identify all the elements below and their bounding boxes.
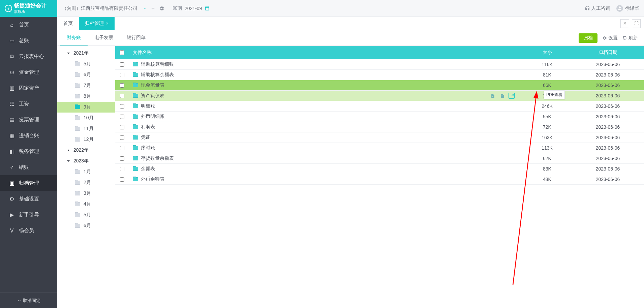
tree-month-2023年-3月[interactable]: 3月 xyxy=(57,188,115,199)
download-pdf-icon[interactable] xyxy=(499,93,505,99)
download-excel-icon[interactable] xyxy=(490,93,496,99)
close-all-tabs-button[interactable]: ✕ xyxy=(620,19,629,28)
page-tab-归档管理[interactable]: 归档管理× xyxy=(79,17,115,30)
nav-icon: ✓ xyxy=(9,164,15,171)
nav-label: 畅会员 xyxy=(19,227,34,234)
tree-month-2023年-6月[interactable]: 6月 xyxy=(57,220,115,231)
row-checkbox[interactable] xyxy=(120,177,124,182)
fullscreen-button[interactable]: ⛶ xyxy=(632,19,641,28)
nav-首页[interactable]: ⌂首页 xyxy=(0,17,57,33)
tree-month-2021年-7月[interactable]: 7月 xyxy=(57,80,115,91)
file-row[interactable]: 外币明细账55K2023-06-06 xyxy=(115,112,644,122)
nav-label: 基础设置 xyxy=(19,196,39,202)
tree-month-2021年-12月[interactable]: 12月 xyxy=(57,134,115,145)
tree-month-2023年-1月[interactable]: 1月 xyxy=(57,166,115,177)
select-all-checkbox[interactable] xyxy=(120,50,124,55)
file-row[interactable]: 序时账113K2023-06-06 xyxy=(115,143,644,153)
tree-year-2021年[interactable]: 2021年 xyxy=(57,48,115,59)
tree-month-2023年-5月[interactable]: 5月 xyxy=(57,210,115,220)
tree-year-2023年[interactable]: 2023年 xyxy=(57,156,115,166)
nav-工资[interactable]: ☷工资 xyxy=(0,96,57,112)
file-size: 72K xyxy=(523,124,572,130)
row-checkbox[interactable] xyxy=(120,125,124,129)
col-name[interactable]: 文件名称 xyxy=(129,50,523,56)
file-row[interactable]: 凭证163K2023-06-06 xyxy=(115,132,644,143)
row-checkbox[interactable] xyxy=(120,115,124,119)
tree-month-2021年-9月[interactable]: 9月 xyxy=(57,102,115,113)
nav-资金管理[interactable]: ⊙资金管理 xyxy=(0,64,57,80)
company-dropdown-icon[interactable] xyxy=(143,6,147,10)
username: 徐泽华 xyxy=(625,5,639,11)
user-menu[interactable]: 徐泽华 xyxy=(616,5,639,12)
row-checkbox[interactable] xyxy=(120,94,124,98)
file-name: 存货数量余额表 xyxy=(141,155,174,161)
file-row[interactable]: 辅助核算余额表81K2023-06-06 xyxy=(115,70,644,80)
file-row[interactable]: 辅助核算明细账116K2023-06-06 xyxy=(115,59,644,70)
gear-icon xyxy=(602,36,607,40)
tree-year-label: 2021年 xyxy=(73,50,89,56)
inner-tab-财务账[interactable]: 财务账 xyxy=(60,30,88,45)
nav-结账[interactable]: ✓结账 xyxy=(0,159,57,175)
file-row[interactable]: 明细账246K2023-06-06 xyxy=(115,101,644,112)
col-date[interactable]: 归档日期 xyxy=(572,50,644,56)
page-tab-label: 归档管理 xyxy=(85,21,104,27)
calendar-icon[interactable] xyxy=(205,6,210,11)
inner-tab-电子发票[interactable]: 电子发票 xyxy=(88,30,120,45)
col-size[interactable]: 大小 xyxy=(523,50,572,56)
support-link[interactable]: 人工咨询 xyxy=(585,5,610,11)
grid-header: 文件名称 大小 归档日期 xyxy=(115,46,644,59)
sidebar-unpin-button[interactable]: ↔ 取消固定 xyxy=(0,292,57,308)
company-name[interactable]: （勿删）江西服宝精品有限责任公司（... xyxy=(62,5,140,11)
settings-link[interactable]: 设置 xyxy=(602,35,618,41)
nav-label: 归档管理 xyxy=(19,180,39,186)
tree-month-2021年-10月[interactable]: 10月 xyxy=(57,113,115,123)
tree-year-label: 2022年 xyxy=(73,147,89,153)
folder-icon xyxy=(75,137,80,142)
nav-总账[interactable]: ▭总账 xyxy=(0,33,57,49)
nav-新手引导[interactable]: ▶新手引导 xyxy=(0,207,57,223)
row-checkbox[interactable] xyxy=(120,62,124,67)
file-name: 外币明细账 xyxy=(141,114,164,120)
row-checkbox[interactable] xyxy=(120,104,124,109)
file-row[interactable]: 利润表72K2023-06-06 xyxy=(115,122,644,132)
tree-month-label: 10月 xyxy=(84,115,94,121)
file-row[interactable]: 现金流量表66K2023-06-06 xyxy=(115,80,644,91)
nav-icon: ⌂ xyxy=(9,22,15,28)
row-checkbox[interactable] xyxy=(120,83,124,88)
file-row[interactable]: 外币余额表48K2023-06-06 xyxy=(115,174,644,185)
row-checkbox[interactable] xyxy=(120,156,124,161)
page-tab-首页[interactable]: 首页 xyxy=(57,17,79,30)
row-checkbox[interactable] xyxy=(120,135,124,140)
pdf-view-icon[interactable] xyxy=(509,93,515,99)
tree-month-2021年-5月[interactable]: 5月 xyxy=(57,59,115,69)
tree-month-label: 8月 xyxy=(84,93,91,99)
refresh-link[interactable]: 刷新 xyxy=(622,35,638,41)
close-tab-icon[interactable]: × xyxy=(106,21,109,26)
file-row[interactable]: 余额表83K2023-06-06 xyxy=(115,164,644,174)
row-checkbox[interactable] xyxy=(120,167,124,171)
file-name: 资产负债表 xyxy=(141,93,164,99)
folder-icon xyxy=(133,83,138,87)
nav-畅会员[interactable]: V畅会员 xyxy=(0,223,57,239)
nav-税务管理[interactable]: ◧税务管理 xyxy=(0,144,57,159)
tree-month-2021年-8月[interactable]: 8月 xyxy=(57,91,115,102)
nav-固定资产[interactable]: ▥固定资产 xyxy=(0,80,57,96)
tree-month-2021年-6月[interactable]: 6月 xyxy=(57,69,115,80)
add-company-button[interactable]: ＋ xyxy=(150,5,156,12)
company-settings-button[interactable] xyxy=(159,6,164,11)
acct-period-value[interactable]: 2021-09 xyxy=(185,6,202,11)
inner-tab-银行回单[interactable]: 银行回单 xyxy=(120,30,152,45)
tree-month-2023年-2月[interactable]: 2月 xyxy=(57,177,115,188)
row-checkbox[interactable] xyxy=(120,146,124,150)
file-row[interactable]: 存货数量余额表62K2023-06-06 xyxy=(115,153,644,164)
tree-year-2022年[interactable]: 2022年 xyxy=(57,145,115,156)
nav-进销台账[interactable]: ▦进销台账 xyxy=(0,128,57,144)
tree-month-2021年-11月[interactable]: 11月 xyxy=(57,123,115,134)
tree-month-2023年-4月[interactable]: 4月 xyxy=(57,199,115,210)
row-checkbox[interactable] xyxy=(120,73,124,77)
nav-归档管理[interactable]: ▣归档管理 xyxy=(0,175,57,191)
archive-button[interactable]: 归档 xyxy=(579,33,597,43)
nav-发票管理[interactable]: ▤发票管理 xyxy=(0,112,57,128)
nav-云报表中心[interactable]: ⧉云报表中心 xyxy=(0,49,57,64)
nav-基础设置[interactable]: ⚙基础设置 xyxy=(0,191,57,207)
